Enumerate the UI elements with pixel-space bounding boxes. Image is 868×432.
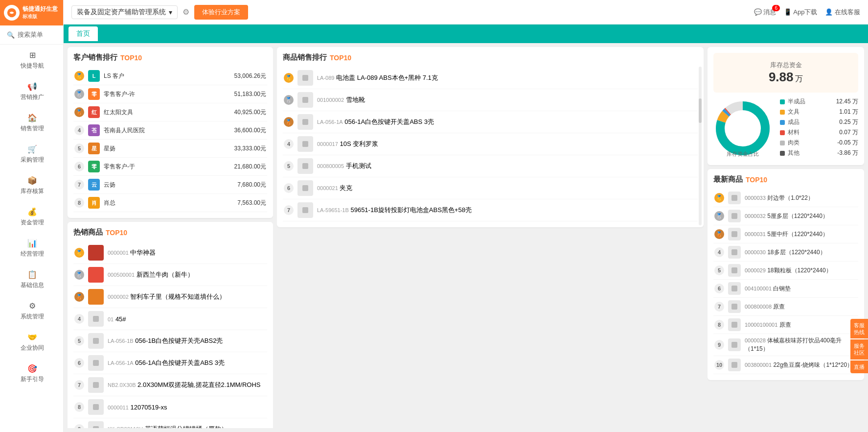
trial-button[interactable]: 体验行业方案 [194,5,248,20]
sidebar-item-purchase[interactable]: 🛒 采购管理 [0,139,63,170]
sidebar-item-operations[interactable]: 📊 经营管理 [0,233,63,264]
scrollbar[interactable] [699,67,702,225]
np-icon-4 [728,246,741,259]
svg-rect-26 [731,322,737,328]
np-name-3: 5厘中纤（1220*2440） [767,231,828,238]
search-menu-item[interactable]: 🔍 搜索菜单 [0,25,63,45]
product-sales-top10: TOP10 [330,54,351,62]
online-service-btn[interactable]: 👤 在线客服 [825,8,860,17]
hot-rank-2: 🥈 [74,270,84,280]
legend-name-finished: 成品 [788,118,836,126]
prod-name-4: 45# [115,315,126,323]
rank-value-2: 51,183.00元 [234,90,266,98]
list-item: 5 0000029 18颗粒板（1220*2440） [713,262,858,280]
np-info-9: 0000028 体械嘉枝味苏打饮品400毫升（1*15） [745,336,857,353]
product-sales-list: 🥇 LA-089 电池盖 LA-089 ABS本色+黑种 7.1克 🥈 [283,67,698,221]
sidebar-item-inventory[interactable]: 📦 库存核算 [0,170,63,201]
logo-sub: 标准版 [23,13,58,20]
ps-rank-3: 🥉 [284,117,294,127]
legend-value-material: 0.07 万 [839,128,858,137]
svg-rect-8 [302,97,308,103]
prod-icon-7 [88,377,104,393]
search-menu-label: 搜索菜单 [18,30,43,39]
svg-rect-9 [302,119,308,125]
rank-value-1: 53,006.26元 [234,72,266,80]
float-service-community[interactable]: 服务社区 [850,339,868,360]
np-name-2: 5厘多层（1220*2440） [767,213,828,219]
sidebar-item-system[interactable]: ⚙ 系统管理 [0,295,63,327]
hot-products-card: 热销商品 TOP10 🥇 0000001 中华神器 🥈 [68,222,273,428]
np-icon-1 [728,192,741,204]
middle-panel: 商品销售排行 TOP10 🥇 LA-089 电池盖 L [277,47,704,428]
inventory-title: 库存总资金 [770,61,802,69]
legend-dot-semifinished [780,99,785,104]
ps-rank-4: 4 [284,139,294,149]
sidebar-item-coop[interactable]: 🤝 企业协同 [0,327,63,358]
rank-avatar-2: 零 [88,88,100,100]
sidebar-item-basic-info[interactable]: 📋 基础信息 [0,264,63,295]
ps-code-3: LA-056-1A [317,119,343,125]
svg-rect-25 [731,304,737,310]
list-item: 🥈 000500001 新西兰牛肉（新牛） [73,264,267,286]
np-rank-2: 🥈 [714,211,724,221]
np-code-10: 003800001 [745,362,772,368]
prod-icon-6 [88,355,104,371]
list-item: 🥉 0000031 5厘中纤（1220*2440） [713,225,858,243]
rank-num-8: 8 [74,198,84,208]
ps-name-2: 雪地靴 [346,96,365,103]
rank-item: 🥈 零 零售客户-许 51,183.00元 [73,85,267,103]
rank-name-3: 红太阳文具 [104,108,230,117]
sidebar-item-marketing[interactable]: 📢 营销推广 [0,76,63,107]
ps-info-4: 0000017 10S 变利罗浆 [317,140,697,148]
prod-icon-8 [88,399,104,415]
prod-name-2: 新西兰牛肉（新牛） [137,271,194,278]
purchase-label: 采购管理 [21,156,44,164]
ps-icon-5 [297,158,313,174]
ps-icon-1 [297,70,313,86]
sidebar-logo: 畅捷通好生意 标准版 [0,0,63,25]
legend-item: 其他 -3.86 万 [780,149,858,157]
svg-rect-19 [731,195,737,201]
app-download-btn[interactable]: 📱 App下载 [784,8,817,17]
ps-icon-4 [297,136,313,152]
np-icon-5 [728,264,741,277]
legend-name-material: 材料 [788,128,836,137]
rank-value-6: 21,680.00元 [234,163,266,171]
float-customer-service[interactable]: 客服热线 [850,319,868,339]
list-item: 8 0000011 12070519-xs [73,396,267,418]
basic-info-icon: 📋 [27,270,37,279]
guide-icon: 🎯 [27,364,37,373]
legend-item: 材料 0.07 万 [780,128,858,137]
sidebar-item-sales[interactable]: 🏠 销售管理 [0,107,63,139]
new-products-label: 最新商品 [713,175,743,184]
list-item: 10 003800001 22g鱼豆腐-烧烤味（1*12*20） [713,356,858,374]
list-item: 9 KK-SD22110H 花语萌恒温分罐罐桶（厚款） [73,418,267,428]
list-item: 8 10000100001 原查 [713,316,858,334]
sidebar-item-quick-nav[interactable]: ⊞ 快捷导航 [0,45,63,76]
np-rank-6: 6 [714,284,724,293]
legend-name-semifinished: 半成品 [788,97,833,106]
legend-item: 成品 0.25 万 [780,118,858,126]
top-header: 装备及固定资产辅助管理系统 ▾ ⚙ 体验行业方案 💬 消息 6 📱 App下载 … [64,0,868,24]
list-item: 7 LA-59651-1B 59651-1B旋转投影灯电池盒ABS黑色+58壳 [283,199,698,221]
product-sales-title: 商品销售排行 TOP10 [283,53,698,62]
legend-value-semifinished: 12.45 万 [836,97,858,106]
rank-num-7: 7 [74,180,84,190]
rank-item: 7 云 云扬 7,680.00元 [73,176,267,194]
online-service-label: 在线客服 [835,8,860,16]
list-item: 🥉 0000002 智利车子里（规格不知道填什么） [73,286,267,308]
notifications-btn[interactable]: 💬 消息 6 [754,8,777,17]
legend-value-meat: -0.05 万 [837,139,858,147]
right-panel: 库存总资金 9.88 万 [708,47,864,428]
system-name: 装备及固定资产辅助管理系统 [77,8,166,17]
logo-icon [4,5,20,21]
legend-name-stationery: 文具 [788,108,836,116]
tab-home[interactable]: 首页 [69,26,98,41]
settings-icon[interactable]: ⚙ [183,7,189,17]
system-selector[interactable]: 装备及固定资产辅助管理系统 ▾ [71,5,178,19]
float-live[interactable]: 直播 [850,360,868,373]
ps-code-4: 0000017 [317,141,338,147]
sidebar-item-guide[interactable]: 🎯 新手引导 [0,358,63,389]
sidebar-item-finance[interactable]: 💰 资金管理 [0,201,63,233]
np-name-10: 22g鱼豆腐-烧烤味（1*12*20） [773,361,853,368]
